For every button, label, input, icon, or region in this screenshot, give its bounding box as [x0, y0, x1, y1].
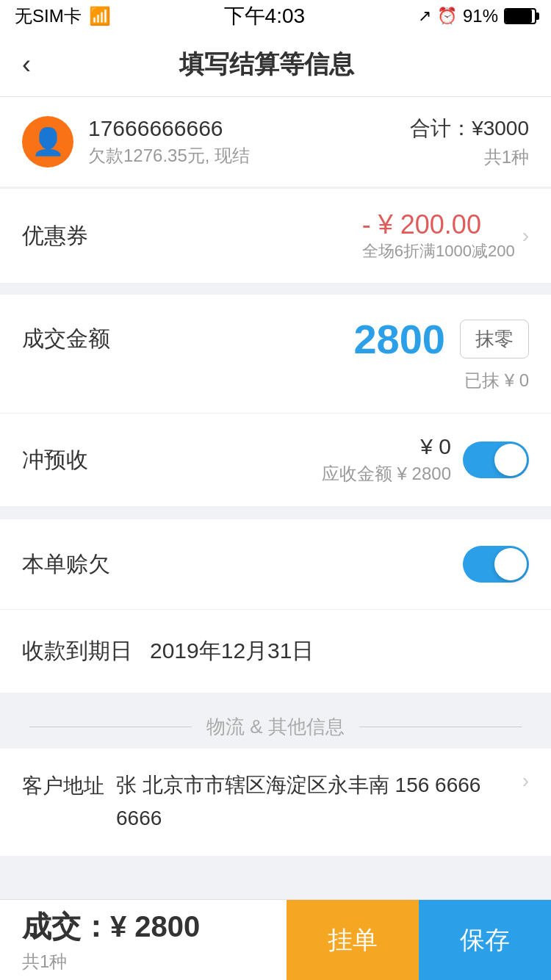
deal-sub-text: 已抹 ¥ 0: [22, 369, 529, 392]
due-label: 收款到期日: [22, 636, 132, 666]
deal-amount-wrap: 2800 抹零: [353, 315, 529, 363]
user-info: 17666666666 欠款1276.35元, 现结: [88, 116, 250, 167]
debt-section: 本单赊欠: [0, 519, 551, 609]
location-icon: ↗: [418, 7, 431, 26]
toggle-knob: [494, 444, 527, 476]
bottom-deal-amount: ¥ 2800: [110, 910, 200, 943]
address-section[interactable]: 客户地址 张 北京市市辖区海淀区永丰南 156 6666 6666 ›: [0, 749, 551, 856]
content: 👤 17666666666 欠款1276.35元, 现结 合计：¥3000 共1…: [0, 97, 551, 980]
divider-2: [0, 506, 551, 518]
deal-row: 成交金额 2800 抹零: [22, 315, 529, 363]
status-time: 下午4:03: [224, 2, 306, 30]
logistics-divider: 物流 & 其他信息: [0, 705, 551, 749]
due-date-value: 2019年12月31日: [150, 636, 314, 666]
deal-label: 成交金额: [22, 324, 110, 354]
prepay-section: 冲预收 ¥ 0 应收金额 ¥ 2800: [0, 413, 551, 506]
due-date-section: 收款到期日 2019年12月31日: [0, 609, 551, 693]
save-button[interactable]: 保存: [419, 900, 551, 981]
bottom-bar: 成交：¥ 2800 共1种 挂单 保存: [0, 899, 551, 980]
back-button[interactable]: ‹: [22, 49, 31, 80]
page-title: 填写结算等信息: [46, 48, 488, 82]
battery-text: 91%: [463, 6, 498, 26]
bottom-deal-label: 成交：¥ 2800: [22, 907, 264, 947]
chevron-right-icon: ›: [522, 224, 529, 248]
alarm-icon: ⏰: [437, 7, 457, 26]
prepay-toggle[interactable]: [463, 442, 529, 478]
user-sub-info: 欠款1276.35元, 现结: [88, 144, 250, 167]
logistics-line-left: [29, 727, 192, 727]
divider-1: [0, 283, 551, 295]
logistics-text: 物流 & 其他信息: [206, 714, 345, 740]
card-right: 合计：¥3000 共1种: [410, 115, 529, 169]
status-right: ↗ ⏰ 91%: [418, 6, 536, 26]
deal-amount-value: 2800: [353, 315, 445, 363]
coupon-info: - ¥ 200.00 全场6折满1000减200: [362, 209, 515, 262]
coupon-label: 优惠券: [22, 221, 88, 251]
deal-amount-section: 成交金额 2800 抹零 已抹 ¥ 0: [0, 295, 551, 413]
pending-button[interactable]: 挂单: [287, 900, 419, 981]
debt-toggle[interactable]: [463, 546, 529, 583]
divider-3: [0, 693, 551, 705]
coupon-right: - ¥ 200.00 全场6折满1000减200 ›: [362, 209, 529, 262]
coupon-desc: 全场6折满1000减200: [362, 240, 515, 262]
address-value: 张 北京市市辖区海淀区永丰南 156 6666 6666: [104, 769, 522, 835]
total-amount: 合计：¥3000: [410, 115, 529, 143]
coupon-amount: - ¥ 200.00: [362, 209, 515, 240]
due-row: 收款到期日 2019年12月31日: [22, 636, 529, 666]
prepay-amount-wrap: ¥ 0 应收金额 ¥ 2800: [322, 434, 451, 486]
coupon-row[interactable]: 优惠券 - ¥ 200.00 全场6折满1000减200 ›: [0, 189, 551, 283]
logistics-line: 物流 & 其他信息: [0, 714, 551, 740]
status-bar: 无SIM卡 📶 下午4:03 ↗ ⏰ 91%: [0, 0, 551, 32]
nav-bar: ‹ 填写结算等信息: [0, 32, 551, 97]
prepay-amount: ¥ 0: [322, 434, 451, 459]
prepay-right: ¥ 0 应收金额 ¥ 2800: [322, 434, 529, 486]
prepay-label: 冲预收: [22, 445, 88, 475]
battery-fill: [505, 10, 532, 23]
wifi-icon: 📶: [89, 6, 111, 26]
bottom-count: 共1种: [22, 950, 264, 973]
battery-icon: [504, 8, 536, 24]
avatar-icon: 👤: [32, 126, 65, 157]
prepay-row: 冲预收 ¥ 0 应收金额 ¥ 2800: [22, 434, 529, 486]
round-button[interactable]: 抹零: [460, 320, 529, 359]
user-card-section: 👤 17666666666 欠款1276.35元, 现结 合计：¥3000 共1…: [0, 97, 551, 187]
status-left: 无SIM卡 📶: [15, 4, 111, 28]
address-chevron-icon: ›: [522, 769, 529, 793]
avatar: 👤: [22, 116, 73, 167]
debt-toggle-knob: [494, 548, 527, 580]
logistics-line-right: [359, 727, 522, 727]
phone-number: 17666666666: [88, 116, 250, 141]
bottom-info: 成交：¥ 2800 共1种: [0, 907, 287, 973]
debt-label: 本单赊欠: [22, 550, 110, 580]
prepay-sub: 应收金额 ¥ 2800: [322, 462, 451, 486]
address-label: 客户地址: [22, 769, 104, 800]
carrier-text: 无SIM卡: [15, 4, 82, 28]
deal-prefix: 成交：: [22, 910, 110, 943]
card-left: 👤 17666666666 欠款1276.35元, 现结: [22, 116, 250, 167]
item-count: 共1种: [410, 145, 529, 169]
